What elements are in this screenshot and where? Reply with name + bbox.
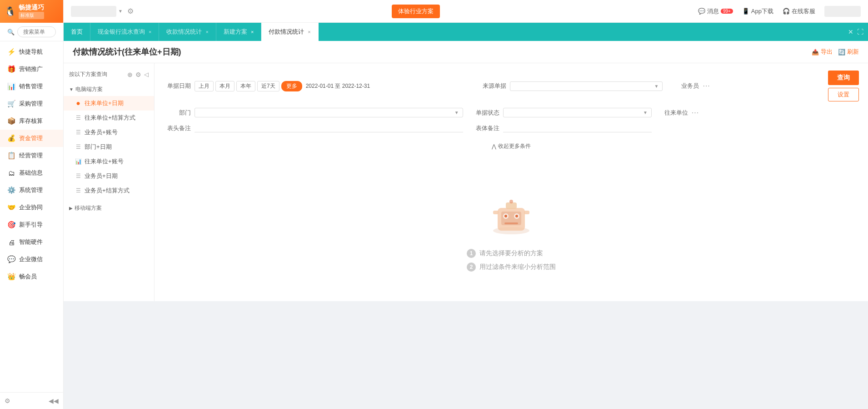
department-select[interactable]: ▼ <box>195 108 463 117</box>
scheme-item-dept-date[interactable]: ☰ 部门+日期 <box>64 140 154 154</box>
tab-bank-close[interactable]: × <box>149 29 151 35</box>
date-btn-this-month[interactable]: 本月 <box>215 81 234 91</box>
sidebar: 🐧 畅捷通巧 标准版 🔍 ⚡ 快捷导航 🎁 营销推广 📊 销售管理 🛒 采购管理… <box>0 0 64 409</box>
scheme-group-desktop-header[interactable]: ▼ 电脑端方案 <box>64 83 154 96</box>
scheme-header: 按以下方案查询 ⊕ ⚙ ◁ <box>64 68 154 81</box>
tabs-expand-icon[interactable]: ⛶ <box>857 28 863 35</box>
operation-icon: 📋 <box>7 151 15 160</box>
scheme-group-desktop: ▼ 电脑端方案 ● 往来单位+日期 ☰ 往来单位+结算方式 ☰ 业务员+账号 <box>64 83 154 198</box>
user-dropdown-icon[interactable]: ▼ <box>118 9 123 14</box>
scheme-item-staff-settle[interactable]: ☰ 业务员+结算方式 <box>64 183 154 198</box>
online-service-label: 在线客服 <box>792 7 815 15</box>
sidebar-item-inventory[interactable]: 📦 库存核算 <box>0 112 63 130</box>
scheme-item-unit-settle[interactable]: ☰ 往来单位+结算方式 <box>64 111 154 125</box>
tab-receipt[interactable]: 收款情况统计 × <box>159 23 216 41</box>
sidebar-item-weixin[interactable]: 💬 企业微信 <box>0 251 63 268</box>
empty-state: 1 请先选择要分析的方案 2 用过滤条件来缩小分析范围 <box>155 165 868 301</box>
scheme-item-label: 往来单位+账号 <box>85 157 124 166</box>
date-btn-7days[interactable]: 近7天 <box>257 81 279 91</box>
scheme-item-label: 业务员+账号 <box>85 128 118 136</box>
scheme-header-label: 按以下方案查询 <box>69 71 107 78</box>
refresh-btn[interactable]: 🔄 刷新 <box>838 48 859 56</box>
tab-new-scheme-close[interactable]: × <box>251 29 254 35</box>
filter-salesperson: 业务员 ··· <box>672 82 819 90</box>
scheme-group-mobile-header[interactable]: ▶ 移动端方案 <box>64 202 154 215</box>
date-btn-last-month[interactable]: 上月 <box>195 81 214 91</box>
topbar-gear-icon[interactable]: ⚙ <box>127 7 134 15</box>
refresh-icon: 🔄 <box>838 49 845 56</box>
filter-table-header-note: 表头备注 <box>164 124 463 132</box>
scheme-settings-icon[interactable]: ⚙ <box>135 71 141 78</box>
tabs-bar: 首页 现金银行流水查询 × 收款情况统计 × 新建方案 × 付款情况统计 × ✕… <box>64 23 868 41</box>
related-unit-dots-btn[interactable]: ··· <box>692 109 699 117</box>
scheme-sidebar: 按以下方案查询 ⊕ ⚙ ◁ ▼ 电脑端方案 ● 往来单位+日期 <box>64 63 155 301</box>
sidebar-menu: ⚡ 快捷导航 🎁 营销推广 📊 销售管理 🛒 采购管理 📦 库存核算 💰 资金管… <box>0 41 63 392</box>
sidebar-item-quicknav[interactable]: ⚡ 快捷导航 <box>0 43 63 61</box>
online-service-btn[interactable]: 🎧 在线客服 <box>783 7 815 15</box>
app-name: 畅捷通巧 <box>19 4 44 12</box>
collapse-sidebar-btn[interactable]: ◀◀ <box>49 397 59 404</box>
table-body-note-label: 表体备注 <box>472 124 499 132</box>
scheme-item-unit-date[interactable]: ● 往来单位+日期 <box>64 96 154 111</box>
sidebar-item-purchase[interactable]: 🛒 采购管理 <box>0 95 63 112</box>
tabs-close-all-icon[interactable]: ✕ <box>848 28 853 35</box>
filter-row-2: 部门 ▼ 单据状态 ▼ <box>164 108 859 117</box>
table-body-note-input[interactable] <box>503 124 652 132</box>
source-voucher-dropdown-icon: ▼ <box>654 84 659 89</box>
scheme-collapse-btn[interactable]: ◁ <box>144 71 149 78</box>
trial-btn[interactable]: 体验行业方案 <box>392 5 440 18</box>
sidebar-item-enterprise[interactable]: 🤝 企业协同 <box>0 199 63 216</box>
date-btn-more[interactable]: 更多 <box>281 81 302 91</box>
scheme-header-actions: ⊕ ⚙ ◁ <box>127 71 149 78</box>
sidebar-item-finance[interactable]: 💰 资金管理 <box>0 130 63 147</box>
tab-bank[interactable]: 现金银行流水查询 × <box>90 23 159 41</box>
quicknav-icon: ⚡ <box>7 48 15 56</box>
settings-footer-icon[interactable]: ⚙ <box>5 397 10 404</box>
tab-home[interactable]: 首页 <box>64 23 90 41</box>
sidebar-item-system[interactable]: ⚙️ 系统管理 <box>0 182 63 199</box>
sidebar-item-hardware[interactable]: 🖨 智能硬件 <box>0 233 63 251</box>
tab-payment-close[interactable]: × <box>308 29 310 35</box>
sidebar-item-member[interactable]: 👑 畅会员 <box>0 268 63 285</box>
empty-hint-2-text: 用过滤条件来缩小分析范围 <box>479 263 556 271</box>
sidebar-item-label: 快捷导航 <box>19 48 43 56</box>
sidebar-item-operation[interactable]: 📋 经营管理 <box>0 147 63 164</box>
scheme-item-unit-account[interactable]: 📊 往来单位+账号 <box>64 154 154 169</box>
filter-department: 部门 ▼ <box>164 108 463 117</box>
settings-btn[interactable]: 设置 <box>828 88 859 101</box>
headset-icon: 🎧 <box>783 8 790 15</box>
scheme-item-staff-account[interactable]: ☰ 业务员+账号 <box>64 125 154 140</box>
refresh-label: 刷新 <box>847 48 859 56</box>
scheme-item-label: 业务员+结算方式 <box>85 187 130 195</box>
scheme-add-icon[interactable]: ⊕ <box>127 71 133 78</box>
sidebar-item-marketing[interactable]: 🎁 营销推广 <box>0 61 63 78</box>
scheme-item-staff-date[interactable]: ☰ 业务员+日期 <box>64 169 154 183</box>
tab-new-scheme[interactable]: 新建方案 × <box>216 23 261 41</box>
search-bar: 🔍 <box>0 23 63 41</box>
query-btn[interactable]: 查询 <box>828 71 859 85</box>
date-range-display: 2022-01-01 至 2022-12-31 <box>306 82 370 90</box>
sidebar-item-basic[interactable]: 🗂 基础信息 <box>0 164 63 182</box>
enterprise-icon: 🤝 <box>7 203 15 212</box>
filter-source-voucher: 来源单据 ▼ <box>479 81 663 91</box>
tab-payment[interactable]: 付款情况统计 × <box>261 23 318 41</box>
sidebar-item-label: 库存核算 <box>19 117 43 125</box>
collapse-more-btn[interactable]: ⋀ 收起更多条件 <box>164 139 859 154</box>
scheme-group-mobile-arrow-icon: ▶ <box>69 206 73 211</box>
search-input[interactable] <box>17 26 56 37</box>
svg-rect-10 <box>506 202 517 209</box>
voucher-status-select[interactable]: ▼ <box>503 108 652 117</box>
export-btn[interactable]: 📤 导出 <box>812 48 833 56</box>
tab-receipt-close[interactable]: × <box>205 29 208 35</box>
messages-btn[interactable]: 💬 消息 99+ <box>698 7 733 15</box>
finance-icon: 💰 <box>7 134 15 142</box>
sidebar-item-newbie[interactable]: 🎯 新手引导 <box>0 216 63 233</box>
sidebar-item-sales[interactable]: 📊 销售管理 <box>0 78 63 95</box>
salesperson-dots-btn[interactable]: ··· <box>703 82 710 90</box>
voucher-date-label: 单据日期 <box>164 82 191 90</box>
app-download-btn[interactable]: 📱 App下载 <box>742 7 773 15</box>
page-header: 付款情况统计(往来单位+日期) 📤 导出 🔄 刷新 <box>64 41 868 63</box>
table-header-note-input[interactable] <box>195 124 463 132</box>
source-voucher-select[interactable]: ▼ <box>510 81 663 91</box>
date-btn-this-year[interactable]: 本年 <box>236 81 255 91</box>
